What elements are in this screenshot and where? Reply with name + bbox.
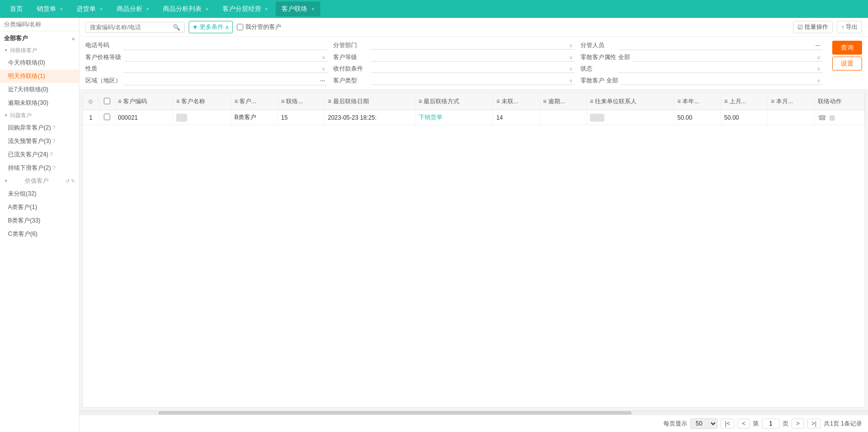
filter-cell-payment: 收付款条件 ∨ (333, 65, 581, 73)
close-product-analysis-icon[interactable]: × (146, 6, 149, 12)
col-contact-label: ≡ 联络... (281, 98, 303, 105)
close-purchase-icon[interactable]: × (100, 6, 103, 12)
first-page-btn[interactable]: |< (721, 419, 734, 429)
sidebar-item-churn-warning[interactable]: 流失预警客户(3) ? (0, 135, 79, 148)
filter-region-label: 区域（地区） (85, 76, 121, 85)
filter-retail-select[interactable]: ∨ (621, 77, 822, 85)
filter-row-1: 电话号码 分管部门 ∨ 分管人员 (85, 41, 828, 50)
sidebar-item-overdue[interactable]: 逾期未联络(30) (0, 96, 79, 110)
filter-person-dots[interactable]: ··· (618, 41, 822, 50)
page-size-select[interactable]: 50 100 200 (690, 418, 718, 429)
nav-customer-tier[interactable]: 客户分层经营 × (217, 1, 274, 16)
filter-payment-select[interactable]: ∨ (371, 65, 575, 73)
filter-type-select[interactable]: ∨ (371, 77, 575, 85)
filter-status-select[interactable]: ∨ (618, 65, 822, 73)
filter-phone-input[interactable] (123, 41, 327, 50)
row-checkbox[interactable] (104, 114, 110, 120)
export-btn[interactable]: ↑ 导出 (837, 21, 862, 33)
my-customers-label: 我分管的客户 (245, 23, 281, 31)
my-customers-checkbox-wrap[interactable]: 我分管的客户 (237, 23, 281, 31)
col-this-year: ≡ 本年... (674, 93, 721, 110)
all-customers-label: 全部客户 (4, 34, 28, 43)
filter-label: 更多条件 (200, 23, 223, 31)
query-btn[interactable]: 查询 (832, 41, 862, 55)
filter-row-2: 客户价格等级 ∨ 客户等级 ∨ (85, 53, 828, 62)
col-code-label: ≡ 客户编码 (118, 98, 147, 105)
close-customer-tier-icon[interactable]: × (265, 6, 268, 12)
close-customer-contact-icon[interactable]: × (311, 6, 314, 12)
my-customers-checkbox[interactable] (237, 24, 243, 30)
current-page-input[interactable] (762, 419, 780, 429)
sidebar-item-class-a[interactable]: A类客户(1) (0, 201, 79, 214)
cell-not-contact: 14 (493, 110, 540, 125)
prev-page-btn[interactable]: < (737, 419, 750, 429)
col-code: ≡ 客户编码 (115, 93, 173, 110)
search-input[interactable] (90, 24, 171, 31)
last-method-link[interactable]: 下销货单 (419, 114, 442, 121)
col-this-month: ≡ 本月... (768, 93, 814, 110)
set-btn[interactable]: 设置 (832, 57, 862, 71)
filter-customer-level-select[interactable]: ∨ (371, 54, 575, 62)
filter-price-level-select[interactable]: ∨ (124, 54, 327, 62)
col-action: 联络动作 (814, 93, 864, 110)
horizontal-scrollbar[interactable] (79, 411, 868, 415)
last-page-btn[interactable]: >| (807, 419, 821, 429)
filter-dept-select[interactable]: ∨ (371, 42, 575, 50)
nav-product-analysis-list[interactable]: 商品分析列表 × (157, 1, 214, 16)
cell-contact: 15 (278, 110, 325, 125)
filter-phone-label: 电话号码 (85, 41, 120, 50)
col-name-label: ≡ 客户名称 (176, 98, 205, 105)
sidebar-item-declining[interactable]: 持续下滑客户(2) ? (0, 161, 79, 175)
filter-more-btn[interactable]: ▼ 更多条件 ∧ (189, 21, 233, 33)
cell-this-year: 50.00 (674, 110, 721, 125)
nav-product-analysis[interactable]: 商品分析 × (111, 1, 155, 16)
filter-type-arrow-icon: ∨ (569, 78, 573, 83)
nav-sales[interactable]: 销货单 × (31, 1, 69, 16)
action-phone-icon[interactable]: ☎ (818, 114, 826, 122)
filter-nature-select[interactable]: ∨ (123, 65, 327, 73)
filter-status-label: 状态 (580, 65, 615, 73)
sidebar-item-churned[interactable]: 已流失客户(24) ? (0, 148, 79, 161)
table-row: 1 000021 Ea B类客户 15 2023-05-23 18:25: 下销… (83, 110, 865, 125)
batch-btn[interactable]: ☑ 批量操作 (793, 21, 833, 33)
filter-region-dots[interactable]: ··· (124, 76, 327, 85)
col-type: ≡ 客户... (231, 93, 278, 110)
sidebar-item-repurchase[interactable]: 回购异常客户(2) ? (0, 121, 79, 135)
col-name: ≡ 客户名称 (173, 93, 231, 110)
action-more-icon[interactable]: ⊞ (829, 114, 835, 122)
action-buttons: 查询 设置 (832, 41, 862, 71)
next-page-btn[interactable]: > (792, 419, 804, 429)
gear-icon[interactable]: ⚙ (88, 98, 93, 105)
filter-cell-customer-level: 客户等级 ∨ (333, 53, 581, 62)
filter-cell-nature: 性质 ∨ (85, 65, 333, 73)
nav-customer-contact[interactable]: 客户联络 × (276, 1, 320, 16)
group-title-value: 价值客户 ↺ ✎ (0, 175, 79, 187)
sidebar-item-today[interactable]: 今天待联络(0) (0, 56, 79, 70)
search-submit-icon[interactable]: 🔍 (173, 24, 180, 31)
collapse-icon[interactable]: « (72, 35, 75, 42)
filter-payment-arrow-icon: ∨ (569, 66, 573, 72)
all-customers-title: 全部客户 « (0, 31, 79, 45)
value-group-actions[interactable]: ↺ ✎ (66, 178, 75, 184)
sidebar-item-class-b[interactable]: B类客户(33) (0, 214, 79, 227)
sidebar-item-class-c[interactable]: C类客户(6) (0, 227, 79, 241)
col-overdue-label: ≡ 逾期... (543, 98, 565, 105)
sidebar-item-tomorrow[interactable]: 明天待联络(1) (0, 70, 79, 83)
col-not-contact-label: ≡ 未联... (496, 98, 518, 105)
filter-status-arrow-icon: ∨ (817, 66, 820, 72)
close-product-analysis-list-icon[interactable]: × (206, 6, 209, 12)
filter-customer-level-label: 客户等级 (333, 53, 368, 62)
filter-retail-arrow-icon: ∨ (817, 78, 820, 83)
nav-home[interactable]: 首页 (4, 1, 29, 16)
select-all-checkbox[interactable] (104, 98, 110, 104)
value-group-label: 价值客户 (25, 177, 49, 185)
filter-cell-dept: 分管部门 ∨ (333, 41, 581, 50)
close-sales-icon[interactable]: × (60, 6, 63, 12)
sidebar-item-7days[interactable]: 近7天待联络(0) (0, 83, 79, 96)
sidebar-search-input[interactable] (4, 21, 78, 28)
filter-chevron-icon: ∧ (225, 24, 229, 31)
sidebar-item-ungrouped[interactable]: 未分组(32) (0, 187, 79, 201)
col-last-date-label: ≡ 最后联络日期 (328, 98, 368, 105)
filter-retail-attr-select[interactable]: ∨ (633, 54, 822, 62)
nav-purchase[interactable]: 进货单 × (71, 1, 108, 16)
